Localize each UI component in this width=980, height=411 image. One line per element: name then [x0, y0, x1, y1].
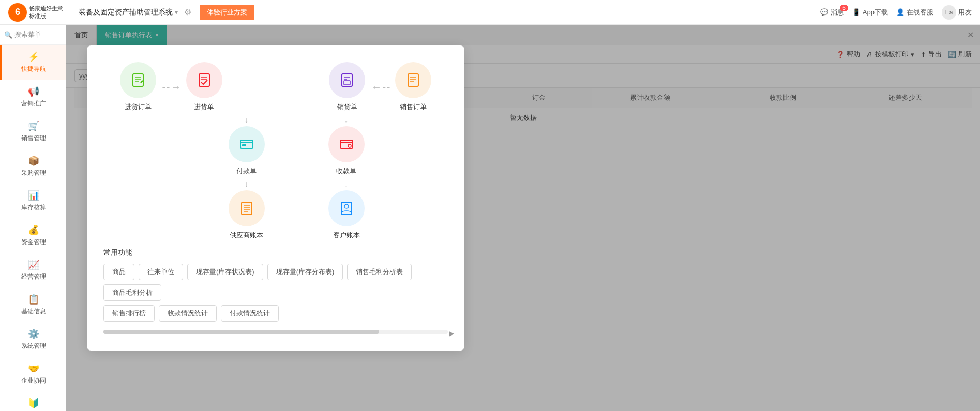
logo-area: 6 畅康通好生意 标准版: [8, 3, 74, 22]
receipt-icon: [328, 126, 365, 162]
fn-btn-product-profit[interactable]: 商品毛利分析: [103, 284, 161, 301]
inventory-icon: 📊: [28, 190, 39, 201]
svg-rect-17: [242, 144, 246, 146]
dropdown-icon[interactable]: ▾: [175, 9, 178, 16]
fn-btn-stock-status[interactable]: 现存量(库存状况表): [187, 264, 263, 280]
gear-icon[interactable]: ⚙: [184, 7, 191, 17]
sidebar-item-sales[interactable]: 🛒 销售管理: [0, 114, 66, 149]
system-icon: ⚙️: [28, 328, 39, 340]
sales-bill-icon: [329, 62, 365, 98]
sidebar: 🔍 搜索菜单 ⚡ 快捷导航 📢 营销推广 🛒 销售管理 📦 采购管理 📊: [0, 25, 66, 411]
flow-node-receipt[interactable]: 收款单: [328, 126, 365, 176]
flow-node-customer-ledger[interactable]: 客户账本: [328, 190, 365, 240]
fn-btn-stock-dist[interactable]: 现存量(库存分布表): [267, 264, 343, 280]
customer-ledger-label: 客户账本: [333, 231, 360, 240]
receipt-label: 收款单: [336, 166, 356, 176]
payment-icon: [229, 126, 265, 162]
svg-point-27: [344, 204, 349, 208]
function-buttons-row1: 商品 往来单位 现存量(库存状况表) 现存量(库存分布表) 销售毛利分析表 商品…: [103, 264, 448, 301]
message-icon: 💬: [820, 8, 828, 16]
marketing-icon: 📢: [28, 86, 39, 97]
sidebar-item-marketing[interactable]: 📢 营销推广: [0, 80, 66, 114]
svg-rect-10: [344, 81, 350, 85]
basic-icon: 📋: [28, 294, 39, 305]
common-functions: 常用功能 商品 往来单位 现存量(库存状况表) 现存量(库存分布表) 销售毛利分…: [103, 248, 448, 322]
sidebar-item-system[interactable]: ⚙️ 系统管理: [0, 322, 66, 357]
svg-rect-0: [133, 74, 143, 86]
sales-order-icon: [395, 62, 431, 98]
sidebar-item-quick-nav[interactable]: ⚡ 快捷导航: [0, 45, 66, 80]
logo-icon: 6: [8, 3, 27, 22]
top-right-area: 💬 消息 6 📱 App下载 👤 在线客服 Ea 用友: [820, 5, 972, 20]
flow-node-sales-order[interactable]: 销售订单: [395, 62, 431, 112]
fn-btn-sales-profit[interactable]: 销售毛利分析表: [347, 264, 412, 280]
purchase-bill-label: 进货单: [194, 102, 214, 112]
sidebar-item-guide[interactable]: 🔰 新手引导: [0, 391, 66, 411]
arrow-h1: - - →: [162, 81, 180, 93]
purchase-icon: 📦: [28, 155, 39, 166]
scroll-right-icon[interactable]: ▶: [449, 330, 454, 337]
modal-overlay: 进货订单 - - → 进货单: [66, 25, 980, 411]
arrow-h2: ← - -: [371, 81, 389, 93]
fn-btn-receipt-stats[interactable]: 收款情况统计: [159, 305, 217, 322]
message-btn[interactable]: 💬 消息 6: [820, 8, 844, 17]
function-buttons-row2: 销售排行榜 收款情况统计 付款情况统计: [103, 305, 448, 322]
scrollbar-thumb: [103, 330, 379, 334]
sidebar-item-inventory[interactable]: 📊 库存核算: [0, 184, 66, 218]
user-area[interactable]: Ea 用友: [942, 5, 972, 20]
flow-node-payment[interactable]: 付款单: [229, 126, 265, 176]
sidebar-item-operation[interactable]: 📈 经营管理: [0, 253, 66, 287]
svg-rect-21: [242, 202, 252, 215]
customer-ledger-icon: [328, 190, 365, 226]
svg-point-20: [348, 144, 351, 147]
quick-nav-icon: ⚡: [28, 51, 39, 63]
sidebar-item-purchase[interactable]: 📦 采购管理: [0, 149, 66, 184]
experience-button[interactable]: 体验行业方案: [200, 5, 254, 20]
supplier-ledger-icon: [229, 190, 265, 226]
modal-scrollbar[interactable]: ▶: [103, 330, 448, 334]
finance-icon: 💰: [28, 224, 39, 236]
quick-guide-modal: 进货订单 - - → 进货单: [87, 45, 464, 351]
svg-rect-11: [408, 74, 418, 86]
sales-order-label: 销售订单: [400, 102, 427, 112]
service-icon: 👤: [896, 8, 904, 16]
search-menu[interactable]: 🔍 搜索菜单: [0, 25, 66, 45]
payment-label: 付款单: [236, 166, 257, 176]
fn-btn-product[interactable]: 商品: [103, 264, 134, 280]
sidebar-item-basic[interactable]: 📋 基础信息: [0, 287, 66, 322]
message-badge: 6: [840, 5, 848, 11]
fn-btn-payment-stats[interactable]: 付款情况统计: [221, 305, 279, 322]
svg-rect-15: [240, 140, 253, 148]
app-download-btn[interactable]: 📱 App下载: [852, 8, 888, 17]
logo-text: 畅康通好生意 标准版: [29, 5, 63, 20]
system-name-area: 装备及固定资产辅助管理系统 ▾: [79, 8, 178, 17]
sales-bill-label: 销货单: [337, 102, 357, 112]
search-icon: 🔍: [4, 31, 12, 39]
purchase-bill-icon: [186, 62, 222, 98]
fn-btn-partner[interactable]: 往来单位: [139, 264, 183, 280]
operation-icon: 📈: [28, 259, 39, 270]
flow-node-purchase-bill[interactable]: 进货单: [186, 62, 222, 112]
collab-icon: 🤝: [28, 363, 39, 374]
flow-node-supplier-ledger[interactable]: 供应商账本: [229, 190, 265, 240]
flow-node-purchase-order[interactable]: 进货订单: [120, 62, 156, 112]
phone-icon: 📱: [852, 8, 861, 16]
sidebar-item-collab[interactable]: 🤝 企业协同: [0, 357, 66, 391]
purchase-order-label: 进货订单: [125, 102, 152, 112]
fn-btn-sales-rank[interactable]: 销售排行榜: [103, 305, 155, 322]
sidebar-item-finance[interactable]: 💰 资金管理: [0, 218, 66, 253]
avatar: Ea: [942, 5, 956, 20]
online-service-btn[interactable]: 👤 在线客服: [896, 8, 933, 17]
common-functions-title: 常用功能: [103, 248, 448, 257]
supplier-ledger-label: 供应商账本: [230, 231, 263, 240]
top-bar: 6 畅康通好生意 标准版 装备及固定资产辅助管理系统 ▾ ⚙ 体验行业方案 💬 …: [0, 0, 980, 25]
svg-rect-4: [199, 74, 209, 86]
purchase-order-icon: [120, 62, 156, 98]
flow-node-sales-bill[interactable]: 销货单: [329, 62, 365, 112]
sales-icon: 🛒: [28, 120, 39, 132]
system-name: 装备及固定资产辅助管理系统: [79, 8, 173, 17]
guide-icon: 🔰: [28, 398, 39, 409]
